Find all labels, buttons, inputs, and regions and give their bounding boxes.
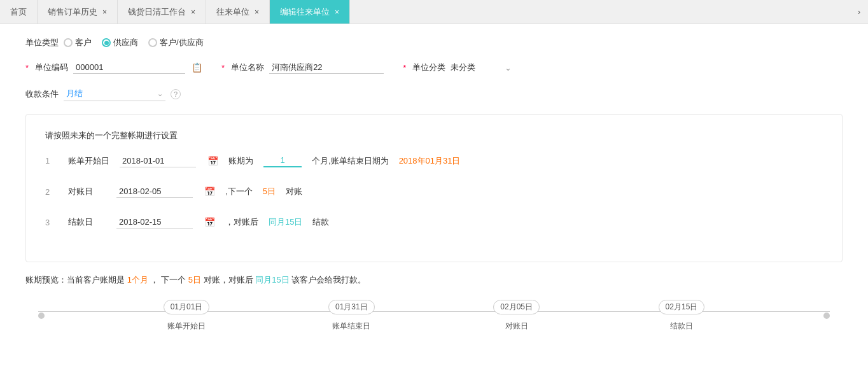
setting-row-3: 3 结款日 📅 ，对账后 同月15日 结款 (45, 216, 823, 229)
unit-code-icon[interactable]: 📋 (192, 62, 202, 73)
section-title: 请按照未来的一个完整帐期进行设置 (45, 130, 823, 141)
setting-label-start: 账单开始日 (68, 155, 109, 167)
timeline-badge-2: 01月31日 (328, 300, 375, 314)
unit-name-input[interactable] (269, 61, 384, 74)
setting-num-2: 2 (45, 187, 58, 197)
setting-num-3: 3 (45, 218, 58, 227)
unit-classify-dropdown[interactable]: 未分类 ⌄ (451, 62, 552, 73)
radio-circle-customer (64, 38, 73, 47)
timeline-badge-4: 02月15日 (659, 300, 705, 314)
settings-section: 请按照未来的一个完整帐期进行设置 1 账单开始日 📅 账期为 个月,账单结束日期… (25, 114, 843, 262)
setting-row-2: 2 对账日 📅 ,下一个 5日 对账 (45, 185, 823, 198)
setting-row-1: 1 账单开始日 📅 账期为 个月,账单结束日期为 2018年01月31日 (45, 154, 823, 167)
preview-months-highlight: 1个月 (127, 275, 148, 285)
unit-classify-label: 单位分类 (412, 62, 445, 73)
unit-code-label: 单位编码 (35, 62, 68, 73)
unit-name-field: * 单位名称 (221, 61, 384, 74)
period-value-input[interactable] (263, 154, 302, 167)
timeline: 01月01日 账单开始日 01月31日 账单结束日 02月05日 对账日 02月… (25, 300, 843, 332)
radio-circle-both (148, 38, 157, 47)
classify-arrow-icon: ⌄ (505, 63, 512, 73)
radio-customer[interactable]: 客户 (64, 37, 92, 48)
unit-info-row: * 单位编码 📋 * 单位名称 * 单位分类 未分类 ⌄ (25, 61, 843, 74)
unit-type-label: 单位类型 (25, 37, 59, 48)
period-unit: 个月,账单结束日期为 (312, 155, 389, 167)
tab-more-button[interactable]: › (850, 0, 868, 24)
payment-terms-help-icon[interactable]: ? (171, 89, 181, 99)
preview-day-highlight: 5日 (188, 275, 201, 285)
unit-classify-field: * 单位分类 未分类 ⌄ (403, 62, 552, 73)
timeline-start-dot (38, 300, 45, 332)
close-sales-history[interactable]: × (102, 8, 107, 17)
unit-code-input[interactable] (73, 61, 185, 74)
timeline-items: 01月01日 账单开始日 01月31日 账单结束日 02月05日 对账日 02月… (38, 300, 830, 332)
unit-type-field: 单位类型 客户 供应商 客户/供应商 (25, 37, 204, 48)
start-date-input[interactable] (120, 155, 196, 167)
tab-home[interactable]: 首页 (0, 0, 38, 24)
reconcile-after: 对账 (286, 186, 302, 197)
timeline-item-2: 01月31日 账单结束日 (328, 300, 375, 332)
unit-type-row: 单位类型 客户 供应商 客户/供应商 (25, 37, 843, 48)
close-cash-work[interactable]: × (191, 8, 195, 17)
timeline-label-1: 账单开始日 (167, 321, 206, 332)
setting-label-reconcile: 对账日 (68, 186, 106, 197)
setting-num-1: 1 (45, 156, 58, 165)
unit-name-label: 单位名称 (231, 62, 264, 73)
tab-edit-partner[interactable]: 编辑往来单位 × (270, 0, 350, 24)
timeline-item-4: 02月15日 结款日 (659, 300, 705, 332)
timeline-end-dot (823, 300, 830, 332)
timeline-item-1: 01月01日 账单开始日 (164, 300, 210, 332)
unit-code-field: * 单位编码 📋 (25, 61, 202, 74)
tab-bar: 首页 销售订单历史 × 钱货日清工作台 × 往来单位 × 编辑往来单位 × › (0, 0, 868, 24)
timeline-badge-3: 02月05日 (493, 300, 540, 314)
radio-both[interactable]: 客户/供应商 (148, 37, 204, 48)
period-end-date: 2018年01月31日 (399, 155, 461, 167)
payment-terms-arrow-icon: ⌄ (157, 90, 163, 98)
payment-date-input[interactable] (116, 216, 193, 229)
tab-partners[interactable]: 往来单位 × (206, 0, 270, 24)
period-prefix: 账期为 (228, 155, 253, 167)
unit-name-star: * (221, 63, 225, 73)
timeline-dot-right (823, 313, 830, 319)
page-content: 单位类型 客户 供应商 客户/供应商 * 单位编码 (0, 24, 868, 387)
payment-terms-field: 收款条件 月结 ⌄ ? (25, 87, 181, 101)
radio-group: 客户 供应商 客户/供应商 (64, 37, 204, 48)
radio-supplier[interactable]: 供应商 (102, 37, 138, 48)
timeline-label-4: 结款日 (670, 321, 693, 332)
payment-terms-label: 收款条件 (25, 88, 59, 100)
unit-code-star: * (25, 63, 29, 73)
timeline-label-2: 账单结束日 (332, 321, 370, 332)
payment-after: 结款 (312, 216, 329, 228)
unit-classify-star: * (403, 63, 406, 73)
tab-sales-history[interactable]: 销售订单历史 × (38, 0, 118, 24)
reconcile-day-highlight: 5日 (263, 186, 276, 197)
timeline-badge-1: 01月01日 (164, 300, 210, 314)
radio-circle-supplier (102, 38, 111, 47)
timeline-label-3: 对账日 (505, 321, 528, 332)
start-date-calendar-icon[interactable]: 📅 (207, 156, 218, 166)
reconcile-date-calendar-icon[interactable]: 📅 (204, 186, 215, 197)
close-partners[interactable]: × (255, 8, 259, 17)
timeline-dot-left (38, 313, 45, 319)
timeline-item-3: 02月05日 对账日 (493, 300, 540, 332)
payment-terms-row: 收款条件 月结 ⌄ ? (25, 87, 843, 101)
payment-day-highlight: 同月15日 (269, 216, 302, 228)
payment-date-calendar-icon[interactable]: 📅 (204, 217, 215, 227)
preview-sameday-highlight: 同月15日 (255, 275, 289, 285)
tab-cash-work[interactable]: 钱货日清工作台 × (118, 0, 206, 24)
payment-suffix: ，对账后 (225, 216, 258, 228)
close-edit-partner[interactable]: × (335, 8, 339, 17)
payment-terms-dropdown[interactable]: 月结 ⌄ (64, 87, 165, 101)
preview-section: 账期预览：当前客户账期是 1个月 ， 下一个 5日 对账，对账后 同月15日 该… (25, 272, 843, 287)
setting-label-payment: 结款日 (68, 216, 106, 228)
reconcile-suffix: ,下一个 (225, 186, 253, 197)
reconcile-date-input[interactable] (116, 185, 193, 198)
